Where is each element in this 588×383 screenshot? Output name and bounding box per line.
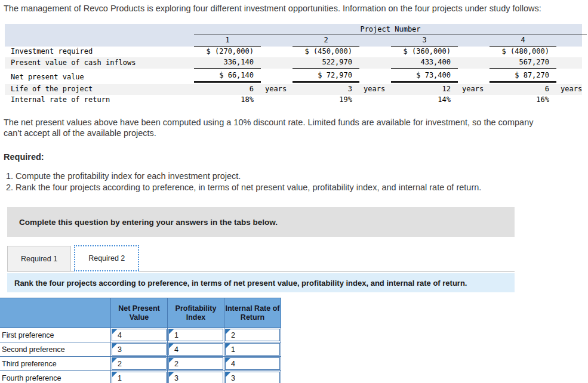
col-header-net-present-value: Net Present Value (111, 298, 168, 328)
table-row-third-preference: Third preference (0, 357, 281, 371)
row-investment-required: Investment required $ (270,000) $ (450,0… (5, 47, 582, 57)
projects-table-colnums-row: 1 2 3 4 (5, 35, 582, 47)
tab-required-2[interactable]: Required 2 (74, 245, 139, 271)
input-pi-second[interactable] (168, 343, 223, 356)
project-number-header: Project Number (194, 24, 587, 35)
col-number-2: 2 (293, 35, 359, 47)
tab-bar: Required 1 Required 2 (7, 246, 515, 271)
input-irr-first[interactable] (225, 329, 280, 341)
row-net-present-value: Net present value $ 66,140 $ 72,970 $ 73… (5, 69, 582, 83)
required-item-2: 2. Rank the four projects according to p… (6, 182, 588, 193)
intro-text: The management of Revco Products is expl… (4, 3, 565, 14)
input-npv-third[interactable] (112, 357, 167, 370)
input-pi-first[interactable] (168, 329, 223, 341)
input-irr-fourth[interactable] (225, 372, 280, 383)
row-label: Fourth preference (0, 371, 111, 383)
input-irr-second[interactable] (225, 343, 280, 356)
input-npv-fourth[interactable] (112, 372, 167, 383)
input-pi-third[interactable] (168, 357, 223, 370)
table-row-second-preference: Second preference (0, 342, 281, 357)
row-internal-rate-of-return: Internal rate of return 18% 19% 14% 16% (5, 95, 582, 106)
table-row-fourth-preference: Fourth preference (0, 371, 281, 383)
col-header-profitability-index: Profitability Index (168, 298, 224, 328)
input-pi-fourth[interactable] (168, 372, 223, 383)
col-number-3: 3 (391, 35, 458, 47)
input-npv-first[interactable] (112, 329, 167, 341)
col-number-4: 4 (490, 35, 556, 47)
tab-required-1[interactable]: Required 1 (7, 246, 71, 271)
row-label: Third preference (0, 357, 111, 371)
col-number-1: 1 (194, 35, 261, 47)
input-npv-second[interactable] (112, 343, 167, 356)
row-pv-cash-inflows: Present value of cash inflows 336,140 52… (5, 57, 582, 69)
answer-panel: Complete this question by entering your … (7, 207, 515, 292)
row-life-of-project: Life of the project 6years 3years 12year… (5, 84, 582, 95)
row-label: Second preference (0, 342, 111, 357)
ranking-header-row: Net Present Value Profitability Index In… (0, 298, 281, 328)
projects-table: Project Number 1 2 3 4 Investment requir… (5, 24, 582, 106)
required-heading: Required: (4, 152, 588, 162)
table-row-first-preference: First preference (0, 328, 281, 342)
preference-ranking-table: Net Present Value Profitability Index In… (0, 298, 281, 383)
note-text: The net present values above have been c… (4, 117, 547, 138)
projects-table-title-row: Project Number (5, 24, 582, 35)
row-label: First preference (0, 328, 111, 342)
question-prompt-banner: Rank the four projects according to pref… (7, 273, 515, 292)
required-item-1: 1. Compute the profitability index for e… (6, 171, 588, 182)
input-irr-third[interactable] (225, 357, 280, 370)
ranking-header-empty (0, 298, 111, 328)
panel-instruction-banner: Complete this question by entering your … (7, 207, 515, 237)
col-header-internal-rate-of-return: Internal Rate of Return (224, 298, 281, 328)
required-list: 1. Compute the profitability index for e… (6, 171, 588, 193)
